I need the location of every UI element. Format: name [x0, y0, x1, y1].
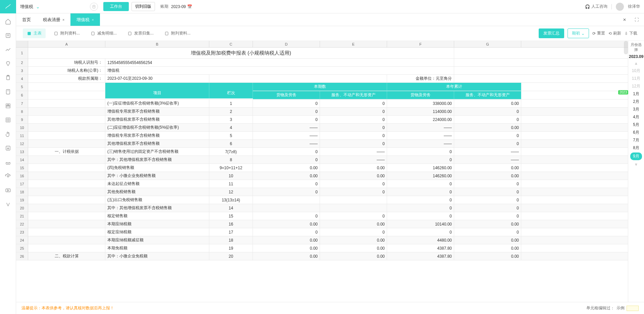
top-header: 增值税 ⌄ 工作台 切到旧版 账期 2023-09 📅 🎧 人工咨询 徐泽华 [0, 0, 644, 13]
app-logo[interactable] [0, 0, 16, 13]
help-link[interactable]: 🎧 人工咨询 [585, 4, 607, 9]
period-label: 账期 [160, 4, 168, 9]
headset-icon: 🎧 [585, 4, 590, 9]
old-version-button[interactable]: 切到旧版 [131, 2, 155, 11]
divider [611, 4, 612, 9]
document-icon[interactable] [90, 3, 98, 11]
chevron-down-icon: ⌄ [36, 4, 40, 9]
workbench-button[interactable]: 工作台 [103, 2, 129, 11]
period-value[interactable]: 2023-09 [171, 4, 186, 9]
calendar-icon[interactable]: 📅 [187, 4, 192, 9]
avatar[interactable] [616, 3, 624, 11]
username[interactable]: 徐泽华 [628, 4, 640, 9]
company-name: 增值税 [20, 4, 33, 10]
company-selector[interactable]: 增值税 ⌄ [20, 4, 87, 10]
